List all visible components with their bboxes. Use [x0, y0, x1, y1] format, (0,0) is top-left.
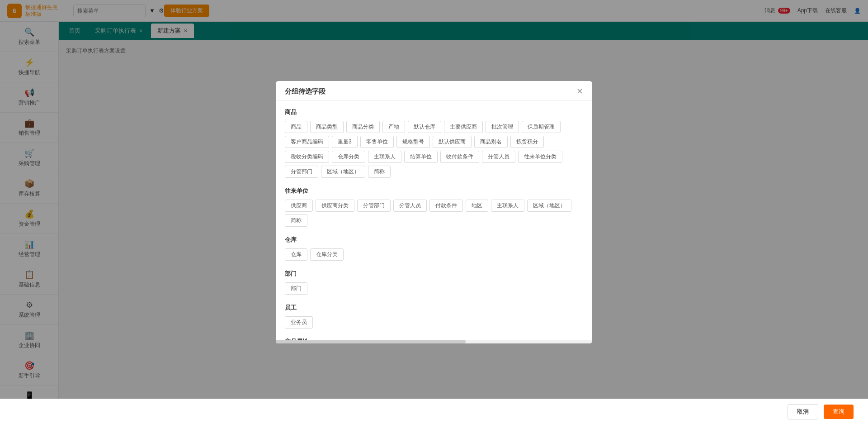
modal-header: 分组待选字段 ✕: [276, 81, 592, 101]
modal-overlay: 分组待选字段 ✕ 商品 商品 商品类型 商品分类 产地 默认仓库 主要供应商 批…: [0, 0, 868, 424]
field-tag[interactable]: 分管部门: [357, 200, 391, 212]
field-tag[interactable]: 客户商品编码: [285, 136, 329, 148]
field-tag[interactable]: 分管人员: [482, 151, 515, 163]
field-tags-warehouse: 仓库 仓库分类: [285, 248, 583, 261]
field-tags-employee: 业务员: [285, 316, 583, 329]
field-tag[interactable]: 仓库: [285, 248, 307, 261]
field-tag[interactable]: 产地: [382, 121, 405, 133]
field-tag[interactable]: 商品分类: [346, 121, 380, 133]
field-tag[interactable]: 分管部门: [285, 166, 318, 178]
section-title-attributes: 商品属性: [285, 338, 583, 340]
field-tag[interactable]: 拣货积分: [510, 136, 544, 148]
field-tag[interactable]: 供应商分类: [316, 200, 354, 212]
field-tag[interactable]: 业务员: [285, 316, 313, 329]
field-tag[interactable]: 部门: [285, 282, 307, 295]
modal-dialog: 分组待选字段 ✕ 商品 商品 商品类型 商品分类 产地 默认仓库 主要供应商 批…: [276, 81, 592, 343]
modal-scrollbar-thumb: [276, 340, 466, 343]
field-section-department: 部门 部门: [285, 270, 583, 295]
field-tag[interactable]: 规格型号: [396, 136, 430, 148]
field-tag[interactable]: 区域（地区）: [321, 166, 365, 178]
field-section-counterpart: 往来单位 供应商 供应商分类 分管部门 分管人员 付款条件 地区 主联系人 区域…: [285, 187, 583, 227]
section-title-warehouse: 仓库: [285, 236, 583, 244]
modal-body: 商品 商品 商品类型 商品分类 产地 默认仓库 主要供应商 批次管理 保质期管理…: [276, 101, 592, 340]
field-section-warehouse: 仓库 仓库 仓库分类: [285, 236, 583, 261]
field-tag[interactable]: 商品别名: [474, 136, 508, 148]
field-tag[interactable]: 仓库分类: [310, 248, 344, 261]
field-tag[interactable]: 默认仓库: [408, 121, 441, 133]
modal-title: 分组待选字段: [285, 87, 326, 96]
field-tag[interactable]: 地区: [466, 200, 488, 212]
field-tag[interactable]: 主要供应商: [444, 121, 483, 133]
section-title-goods: 商品: [285, 108, 583, 116]
section-title-counterpart: 往来单位: [285, 187, 583, 195]
field-tag[interactable]: 供应商: [285, 200, 313, 212]
field-tag[interactable]: 区域（地区）: [527, 200, 571, 212]
cancel-button[interactable]: 取消: [788, 404, 818, 419]
section-title-employee: 员工: [285, 304, 583, 312]
field-tag[interactable]: 批次管理: [486, 121, 519, 133]
field-section-goods: 商品 商品 商品类型 商品分类 产地 默认仓库 主要供应商 批次管理 保质期管理…: [285, 108, 583, 178]
field-section-employee: 员工 业务员: [285, 304, 583, 329]
modal-close-button[interactable]: ✕: [576, 87, 583, 95]
field-tag[interactable]: 保质期管理: [522, 121, 561, 133]
field-tag[interactable]: 税收分类编码: [285, 151, 329, 163]
field-tag[interactable]: 默认供应商: [433, 136, 472, 148]
field-tag[interactable]: 往来单位分类: [518, 151, 562, 163]
confirm-button[interactable]: 查询: [824, 405, 854, 419]
field-tag[interactable]: 简称: [285, 214, 307, 227]
field-tag[interactable]: 商品: [285, 121, 307, 133]
field-tag[interactable]: 商品类型: [310, 121, 344, 133]
field-section-attributes: 商品属性 属性 颜色 多规格 尺码 鞋码 1: [285, 338, 583, 340]
footer-buttons: 取消 查询: [0, 399, 868, 424]
section-title-department: 部门: [285, 270, 583, 278]
field-tag[interactable]: 分管人员: [393, 200, 427, 212]
field-tag[interactable]: 重量3: [332, 136, 358, 148]
modal-scrollbar[interactable]: [276, 340, 592, 343]
field-tag[interactable]: 付款条件: [429, 200, 463, 212]
field-tag[interactable]: 主联系人: [491, 200, 524, 212]
field-tags-counterpart: 供应商 供应商分类 分管部门 分管人员 付款条件 地区 主联系人 区域（地区） …: [285, 200, 583, 227]
field-tags-goods: 商品 商品类型 商品分类 产地 默认仓库 主要供应商 批次管理 保质期管理 客户…: [285, 121, 583, 178]
field-tag[interactable]: 主联系人: [368, 151, 401, 163]
field-tag[interactable]: 零售单位: [360, 136, 394, 148]
field-tag[interactable]: 收付款条件: [440, 151, 479, 163]
field-tag[interactable]: 仓库分类: [332, 151, 365, 163]
field-tag[interactable]: 简称: [368, 166, 391, 178]
field-tags-department: 部门: [285, 282, 583, 295]
field-tag[interactable]: 结算单位: [404, 151, 438, 163]
